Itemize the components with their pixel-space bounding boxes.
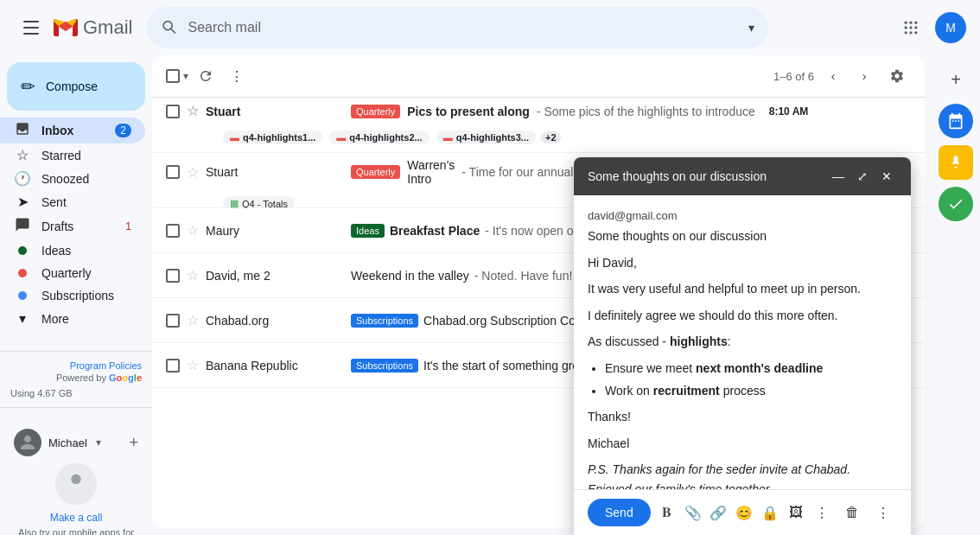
star-icon[interactable]: ☆ <box>187 164 199 181</box>
detail-footer: Send 𝐁 📎 🔗 😊 🔒 🖼 ⋮ 🗑 ⋮ <box>574 489 911 535</box>
make-call-link[interactable]: Make a call <box>7 512 145 524</box>
user-account-row[interactable]: Michael ▾ + <box>7 422 145 463</box>
lock-icon[interactable]: 🔒 <box>760 499 780 526</box>
link-icon[interactable]: 🔗 <box>710 499 729 526</box>
search-input[interactable] <box>146 7 768 48</box>
sidebar-item-more[interactable]: ▾ More <box>0 307 145 330</box>
prev-page-button[interactable]: ‹ <box>821 64 845 88</box>
sidebar-item-drafts[interactable]: Drafts 1 <box>0 213 145 239</box>
sidebar-item-inbox[interactable]: Inbox 2 <box>0 118 145 143</box>
quarterly-tag: Quarterly <box>351 105 400 118</box>
send-button[interactable]: Send <box>588 499 651 526</box>
snoozed-label: Snoozed <box>41 172 89 186</box>
quarterly-label: Quarterly <box>41 266 92 280</box>
email-detail-modal: Some thoughts on our discussion — ⤢ ✕ da… <box>574 157 911 535</box>
body-thanks: Thanks! <box>588 407 897 426</box>
sender-name: Chabad.org <box>206 314 344 328</box>
expand-button[interactable]: ⤢ <box>852 166 873 187</box>
row-checkbox[interactable] <box>166 105 180 118</box>
attachment-chip[interactable]: ▬ q4-highlights2... <box>329 131 429 144</box>
star-icon[interactable]: ☆ <box>187 267 199 283</box>
sidebar-item-quarterly[interactable]: Quarterly <box>0 262 145 284</box>
search-bar[interactable]: ▾ <box>146 7 768 48</box>
add-account-icon[interactable]: + <box>129 434 138 452</box>
list-toolbar: ▾ ⋮ 1–6 of 6 ‹ › <box>152 55 925 98</box>
add-panel-button[interactable]: + <box>939 62 973 97</box>
bold-format-icon[interactable]: 𝐁 <box>658 499 677 526</box>
sidebar-item-ideas[interactable]: Ideas <box>0 239 145 262</box>
star-icon[interactable]: ☆ <box>187 103 199 119</box>
sidebar-item-sent[interactable]: ➤ Sent <box>0 190 145 213</box>
calendar-icon-btn[interactable] <box>939 104 973 138</box>
subscriptions-label: Subscriptions <box>41 289 114 303</box>
keep-icon-btn[interactable] <box>939 145 973 180</box>
spreadsheet-icon: ▬ <box>336 132 346 143</box>
storage-info: Using 4.67 GB <box>7 386 145 400</box>
attach-file-icon[interactable]: 📎 <box>684 499 703 526</box>
sidebar-item-starred[interactable]: ☆ Starred <box>0 143 145 167</box>
image-icon[interactable]: 🖼 <box>786 499 805 526</box>
svg-point-4 <box>909 26 912 29</box>
snoozed-icon: 🕐 <box>14 170 31 187</box>
row-checkbox[interactable] <box>166 359 180 373</box>
sidebar-footer: Program Policies Powered by Google Using… <box>0 351 152 407</box>
mobile-apps-text: Also try our mobile apps for Android and… <box>7 527 145 535</box>
greeting: Hi David, <box>588 253 897 272</box>
search-dropdown-icon[interactable]: ▾ <box>748 21 754 35</box>
minimize-button[interactable]: — <box>828 166 849 187</box>
svg-point-1 <box>909 22 912 24</box>
footer-right-actions: 🗑 ⋮ <box>838 499 897 526</box>
sidebar-item-snoozed[interactable]: 🕐 Snoozed <box>0 167 145 190</box>
row-checkbox[interactable] <box>166 314 180 328</box>
compose-button[interactable]: ✏ Compose <box>7 62 145 111</box>
sidebar-item-subscriptions[interactable]: Subscriptions <box>0 284 145 307</box>
body-p1: It was very useful and helpful to meet u… <box>588 279 897 298</box>
star-icon[interactable]: ☆ <box>187 222 199 239</box>
spreadsheet-icon: ▬ <box>230 132 239 143</box>
detail-body: david@gmail.com Some thoughts on our dis… <box>574 195 911 489</box>
compose-plus-icon: ✏ <box>21 76 35 97</box>
subject: Weekend in the valley <box>351 269 469 283</box>
sender-name: Stuart <box>206 105 344 118</box>
row-checkbox[interactable] <box>166 165 180 179</box>
email-row[interactable]: ☆ Stuart Quarterly Pics to present along… <box>152 98 925 153</box>
inbox-count: 2 <box>115 124 131 137</box>
ideas-label: Ideas <box>41 244 71 258</box>
apps-icon[interactable] <box>894 10 928 45</box>
user-avatar-btn[interactable]: M <box>935 12 966 43</box>
row-checkbox[interactable] <box>166 224 180 238</box>
select-dropdown-icon[interactable]: ▾ <box>183 70 188 82</box>
subscriptions-dot-icon <box>14 288 31 303</box>
star-icon[interactable]: ☆ <box>187 357 199 373</box>
close-detail-button[interactable]: ✕ <box>876 166 897 187</box>
program-policies-link[interactable]: Program Policies <box>70 360 142 371</box>
detail-from: david@gmail.com <box>588 209 897 222</box>
svg-point-3 <box>905 26 907 29</box>
star-icon[interactable]: ☆ <box>187 312 199 328</box>
user-dropdown-icon[interactable]: ▾ <box>96 436 101 449</box>
detail-subject: Some thoughts on our discussion <box>588 229 897 243</box>
row-checkbox[interactable] <box>166 269 180 283</box>
tasks-icon-btn[interactable] <box>939 187 973 221</box>
more-footer-icon[interactable]: ⋮ <box>869 499 897 526</box>
attachment-chip[interactable]: ▬ q4-highlights1... <box>223 131 322 144</box>
hamburger-menu[interactable] <box>14 10 48 45</box>
more-options-icon[interactable]: ⋮ <box>812 499 831 526</box>
subscriptions-tag: Subscriptions <box>351 314 418 328</box>
sent-icon: ➤ <box>14 194 31 210</box>
select-all-checkbox[interactable] <box>166 69 180 83</box>
drafts-label: Drafts <box>41 220 73 233</box>
sidebar: ✏ Compose Inbox 2 ☆ Starred 🕐 Snoozed ➤ <box>0 55 152 535</box>
delete-draft-icon[interactable]: 🗑 <box>838 499 866 526</box>
snippet: - Some pics of the highlights to introdu… <box>537 105 755 118</box>
starred-label: Starred <box>41 149 81 162</box>
more-options-button[interactable]: ⋮ <box>223 62 251 90</box>
drafts-count: 1 <box>125 220 131 232</box>
emoji-icon[interactable]: 😊 <box>735 499 754 526</box>
settings-button[interactable] <box>883 62 911 90</box>
attachment-chip[interactable]: ▬ q4-highlights3... <box>436 131 536 144</box>
svg-point-7 <box>909 31 912 34</box>
subscriptions-tag: Subscriptions <box>351 359 418 373</box>
refresh-button[interactable] <box>192 62 220 90</box>
next-page-button[interactable]: › <box>852 64 876 88</box>
